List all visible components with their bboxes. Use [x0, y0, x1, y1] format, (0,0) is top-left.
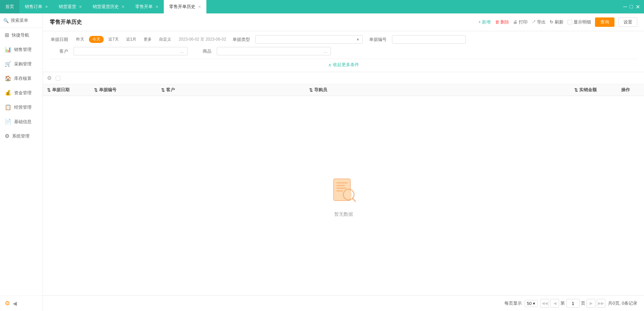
display-cols-checkbox[interactable]: 显示明细 [567, 19, 591, 25]
date-btn-1month[interactable]: 近1月 [123, 36, 139, 43]
page-suffix: 页 [581, 300, 585, 306]
empty-state: 暂无数据 [43, 96, 644, 295]
date-btn-today[interactable]: 今天 [89, 36, 104, 43]
sidebar-item-operations-mgmt[interactable]: 📋 经营管理 [0, 100, 43, 114]
sidebar: 🔍 搜索菜单 ⊞ 快捷导航 📊 销售管理 🛒 采购管理 🏠 库存核算 💰 资金管… [0, 13, 43, 311]
customer-label: 客户 [50, 48, 68, 54]
display-cols-check-box [567, 20, 572, 24]
page-nav: ◀◀ ◀ 第 页 ▶ ▶▶ [540, 299, 605, 308]
per-page-value: 50 [527, 301, 532, 306]
filter-area: 单据日期 昨天 今天 近7天 近1月 更多 自定义 2023-06-02 至 2… [43, 31, 644, 72]
sidebar-collapse-icon[interactable]: ◀ [13, 300, 17, 307]
sidebar-item-sales-mgmt[interactable]: 📊 销售管理 [0, 42, 43, 57]
col-header-salesperson[interactable]: ⇅ 导购员 [305, 87, 352, 93]
sidebar-settings-icon[interactable]: ⚙ [5, 300, 10, 307]
sidebar-search[interactable]: 🔍 搜索菜单 [0, 13, 43, 28]
date-btn-more[interactable]: 更多 [141, 36, 154, 43]
date-range-display: 2023-06-02 至 2023-06-02 [179, 37, 226, 42]
bill-type-arrow-icon: ▾ [357, 37, 359, 42]
sidebar-item-sales-mgmt-label: 销售管理 [14, 47, 32, 53]
first-page-button[interactable]: ◀◀ [540, 299, 549, 308]
svg-rect-1 [336, 182, 348, 184]
sidebar-item-basic-info[interactable]: 📄 基础信息 [0, 114, 43, 129]
window-close-button[interactable]: ✕ [636, 4, 640, 10]
table-settings-icon[interactable]: ⚙ [47, 75, 52, 81]
col-header-billno[interactable]: ⇅ 单据编号 [90, 87, 157, 93]
print-button[interactable]: 🖨 打印 [513, 19, 528, 25]
sort-billno-icon: ⇅ [94, 88, 98, 93]
customer-input[interactable]: ... [73, 47, 188, 55]
customer-dots-icon: ... [180, 49, 184, 54]
tab-retail-open-history[interactable]: 零售开单历史 ✕ [164, 0, 206, 13]
svg-rect-3 [336, 188, 346, 189]
page-header: 零售开单历史 + 新增 🗑 删除 🖨 打印 ↗ 导出 ↻ 刷新 显示明细 查询 … [43, 13, 644, 31]
tab-sales-return-history-close[interactable]: ✕ [121, 5, 125, 9]
bill-type-select[interactable]: ▾ [255, 35, 363, 44]
window-min-button[interactable]: ─ [623, 4, 627, 10]
sidebar-item-finance-mgmt-label: 资金管理 [14, 90, 32, 96]
table-select-all-checkbox[interactable] [56, 76, 60, 81]
tab-sales-return-close[interactable]: ✕ [79, 5, 82, 9]
tab-sales-order[interactable]: 销售订单 ✕ [19, 0, 53, 13]
basic-info-icon: 📄 [5, 118, 11, 125]
tab-sales-return-history[interactable]: 销货退货历史 ✕ [87, 0, 130, 13]
header-actions: + 新增 🗑 删除 🖨 打印 ↗ 导出 ↻ 刷新 显示明细 查询 设置 [478, 17, 637, 27]
empty-text: 暂无数据 [334, 211, 353, 217]
sort-customer-icon: ⇅ [161, 88, 165, 93]
collapse-more-icon: ∧ [328, 62, 332, 67]
sidebar-item-system-mgmt-label: 系统管理 [12, 133, 30, 139]
main-layout: 🔍 搜索菜单 ⊞ 快捷导航 📊 销售管理 🛒 采购管理 🏠 库存核算 💰 资金管… [0, 13, 644, 311]
tab-retail-open-close[interactable]: ✕ [155, 5, 158, 9]
query-button[interactable]: 查询 [595, 17, 614, 27]
sidebar-item-purchase-mgmt-label: 采购管理 [14, 61, 32, 67]
tab-sales-return[interactable]: 销货退货 ✕ [53, 0, 87, 13]
collapse-more-btn[interactable]: ∧ 收起更多条件 [50, 59, 637, 68]
page-number-input[interactable] [566, 299, 580, 308]
sidebar-item-quick-nav[interactable]: ⊞ 快捷导航 [0, 28, 43, 42]
sidebar-search-label: 搜索菜单 [11, 17, 28, 23]
svg-rect-2 [336, 185, 345, 186]
per-page-select[interactable]: 50 ▾ [525, 300, 538, 307]
pagination: 每页显示 50 ▾ ◀◀ ◀ 第 页 ▶ ▶▶ 共0页, 0条记录 [43, 295, 644, 311]
bill-type-label: 单据类型 [232, 37, 250, 43]
sidebar-item-purchase-mgmt[interactable]: 🛒 采购管理 [0, 57, 43, 71]
tab-sales-order-close[interactable]: ✕ [45, 5, 48, 9]
date-btn-yesterday[interactable]: 昨天 [73, 36, 87, 43]
date-options: 昨天 今天 近7天 近1月 更多 自定义 2023-06-02 至 2023-0… [73, 36, 226, 43]
col-header-customer[interactable]: ⇅ 客户 [157, 87, 305, 93]
collapse-more-label: 收起更多条件 [333, 62, 359, 68]
tab-list: 首页 销售订单 ✕ 销货退货 ✕ 销货退货历史 ✕ 零售开单 ✕ 零售开单历史 … [0, 0, 623, 13]
settings-button[interactable]: 设置 [618, 17, 637, 27]
prev-page-button[interactable]: ◀ [550, 299, 559, 308]
tab-retail-open[interactable]: 零售开单 ✕ [130, 0, 164, 13]
tab-retail-open-history-close[interactable]: ✕ [198, 5, 201, 9]
delete-button[interactable]: 🗑 删除 [495, 19, 509, 25]
col-header-amount[interactable]: ⇅ 实销金额 [570, 87, 617, 93]
window-controls: ─ □ ✕ [623, 4, 644, 10]
bill-no-label: 单据编号 [368, 37, 387, 43]
date-btn-7days[interactable]: 近7天 [106, 36, 121, 43]
date-btn-custom[interactable]: 自定义 [156, 36, 174, 43]
col-header-date[interactable]: ⇅ 单据日期 [43, 87, 90, 93]
sidebar-bottom: ⚙ ◀ [0, 295, 43, 311]
next-page-button[interactable]: ▶ [587, 299, 595, 308]
sidebar-item-finance-mgmt[interactable]: 💰 资金管理 [0, 86, 43, 100]
window-max-button[interactable]: □ [630, 4, 633, 10]
purchase-mgmt-icon: 🛒 [5, 61, 11, 67]
sort-amount-icon: ⇅ [574, 88, 578, 93]
bill-no-input[interactable] [392, 35, 466, 44]
refresh-button[interactable]: ↻ 刷新 [550, 19, 563, 25]
last-page-button[interactable]: ▶▶ [597, 299, 605, 308]
inventory-icon: 🏠 [5, 75, 11, 82]
per-page-arrow-icon: ▾ [533, 301, 535, 306]
sidebar-item-basic-info-label: 基础信息 [14, 119, 32, 125]
product-input[interactable]: ... [217, 47, 331, 55]
filter-row-2: 客户 ... 商品 ... [50, 47, 637, 55]
new-button[interactable]: + 新增 [478, 19, 491, 25]
sidebar-item-system-mgmt[interactable]: ⚙ 系统管理 [0, 129, 43, 143]
sidebar-item-operations-mgmt-label: 经营管理 [14, 104, 32, 110]
sidebar-item-inventory[interactable]: 🏠 库存核算 [0, 71, 43, 86]
page-label: 第 [560, 300, 565, 306]
tab-home[interactable]: 首页 [0, 0, 19, 13]
export-button[interactable]: ↗ 导出 [532, 19, 546, 25]
